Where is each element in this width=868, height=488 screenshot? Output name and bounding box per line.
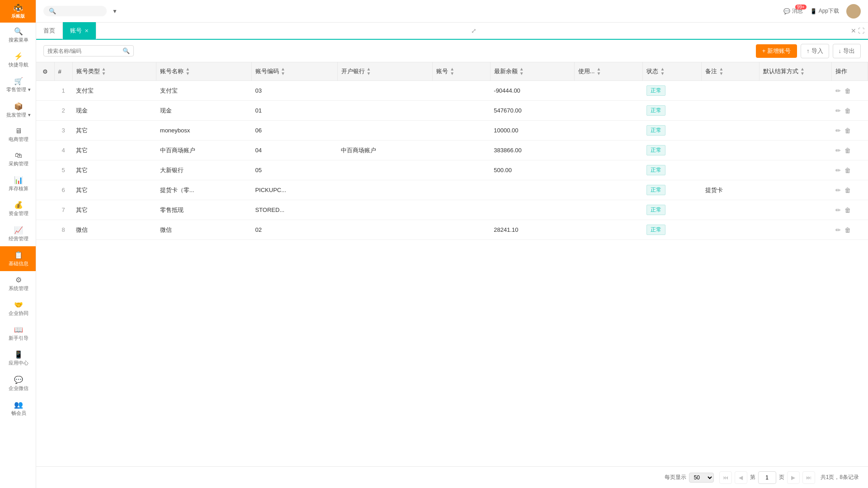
edit-icon-0[interactable]: ✏ <box>835 87 841 94</box>
next-page-btn[interactable]: ▶ <box>787 471 800 484</box>
message-icon: 💬 <box>783 8 790 14</box>
col-default-settlement[interactable]: 默认结算方式▲▼ <box>760 62 832 81</box>
edit-icon-5[interactable]: ✏ <box>835 187 841 194</box>
delete-icon-0[interactable]: 🗑 <box>844 87 851 94</box>
sort-usage-icon: ▲▼ <box>596 67 601 76</box>
sidebar-icon-agreement: 🤝 <box>14 300 23 309</box>
download-icon: 📱 <box>810 8 817 14</box>
sidebar-item-app_center[interactable]: 📱 应用中心 <box>0 346 36 371</box>
col-settings[interactable]: ⚙ <box>36 62 54 81</box>
row-balance-3: 383866.00 <box>490 141 574 160</box>
row-num-3: 4 <box>54 141 72 160</box>
window-close-icon[interactable]: ✕ <box>851 27 856 34</box>
delete-icon-7[interactable]: 🗑 <box>844 226 851 234</box>
col-usage[interactable]: 使用...▲▼ <box>574 62 643 81</box>
col-name[interactable]: 账号名称▲▼ <box>156 62 252 81</box>
row-code-4: 05 <box>251 160 337 180</box>
sidebar-item-wholesale[interactable]: 📦 批发管理 ▾ <box>0 98 36 122</box>
table-row: 8 微信 微信 02 28241.10 正常 ✏ 🗑 <box>36 220 868 240</box>
top-search-bar[interactable]: 🔍 <box>43 6 107 16</box>
delete-icon-2[interactable]: 🗑 <box>844 127 851 134</box>
messages-button[interactable]: 💬 消息 99+ <box>783 7 803 15</box>
table-row: 5 其它 大新银行 05 500.00 正常 ✏ 🗑 <box>36 160 868 180</box>
delete-icon-4[interactable]: 🗑 <box>844 167 851 174</box>
account-search-input[interactable] <box>47 48 120 54</box>
col-bank[interactable]: 开户银行▲▼ <box>337 62 433 81</box>
sort-account-icon: ▲▼ <box>450 67 454 76</box>
col-status[interactable]: 状态▲▼ <box>643 62 702 81</box>
sidebar-item-members[interactable]: 👥 畅会员 <box>0 396 36 421</box>
page-size-selector[interactable]: 每页显示 50 100 200 <box>665 473 714 483</box>
page-size-select[interactable]: 50 100 200 <box>689 473 714 483</box>
sidebar-item-enterprise_wechat[interactable]: 💬 企业微信 <box>0 371 36 396</box>
col-code[interactable]: 账号编码▲▼ <box>251 62 337 81</box>
sidebar-item-ecommerce[interactable]: 🖥 电商管理 <box>0 122 36 147</box>
row-remark-3 <box>702 141 760 160</box>
pagination-nav: ⏮ ◀ 第 页 ▶ ⏭ <box>719 471 815 484</box>
edit-icon-1[interactable]: ✏ <box>835 107 841 114</box>
user-avatar[interactable] <box>846 4 861 19</box>
row-account-1 <box>433 101 491 121</box>
prev-page-btn[interactable]: ◀ <box>735 471 747 484</box>
sidebar-icon-basic: 📋 <box>14 251 23 259</box>
sidebar-item-system[interactable]: ⚙ 系统管理 <box>0 271 36 296</box>
edit-icon-6[interactable]: ✏ <box>835 206 841 214</box>
delete-icon-3[interactable]: 🗑 <box>844 147 851 154</box>
sidebar-item-inventory[interactable]: 📊 库存核算 <box>0 171 36 196</box>
search-icon: 🔍 <box>49 8 56 14</box>
header-dropdown[interactable]: ▼ <box>112 8 118 14</box>
export-button[interactable]: ↓ 导出 <box>833 44 861 58</box>
status-badge-5: 正常 <box>646 185 665 195</box>
edit-icon-3[interactable]: ✏ <box>835 147 841 154</box>
row-usage-1 <box>574 101 643 121</box>
row-bank-3: 中百商场账户 <box>337 141 433 160</box>
tab-accounts-close[interactable]: ✕ <box>85 28 89 34</box>
row-bank-2 <box>337 121 433 141</box>
sidebar-item-retail[interactable]: 🛒 零售管理 ▾ <box>0 72 36 97</box>
sidebar-item-agreement[interactable]: 🤝 企业协同 <box>0 296 36 321</box>
col-remark[interactable]: 备注▲▼ <box>702 62 760 81</box>
sidebar-label-agreement: 企业协同 <box>9 310 28 316</box>
account-search-icon[interactable]: 🔍 <box>123 47 130 54</box>
row-action-0: ✏ 🗑 <box>832 81 868 101</box>
last-page-btn[interactable]: ⏭ <box>802 471 815 484</box>
sidebar-icon-purchase: 🛍 <box>15 151 22 160</box>
sort-status-icon: ▲▼ <box>660 67 665 76</box>
row-settings-7 <box>36 220 54 240</box>
sidebar-item-quick[interactable]: ⚡ 快捷导航 <box>0 47 36 72</box>
tab-accounts[interactable]: 账号 ✕ <box>63 22 96 39</box>
account-search-wrap[interactable]: 🔍 <box>43 45 134 56</box>
col-balance[interactable]: 最新余额▲▼ <box>490 62 574 81</box>
row-type-6: 其它 <box>72 200 156 220</box>
edit-icon-4[interactable]: ✏ <box>835 167 841 174</box>
col-type[interactable]: 账号类型▲▼ <box>72 62 156 81</box>
sidebar-item-purchase[interactable]: 🛍 采购管理 <box>0 147 36 171</box>
sidebar-item-guide[interactable]: 📖 新手引导 <box>0 321 36 346</box>
sidebar-item-operations[interactable]: 📈 经营管理 <box>0 221 36 246</box>
delete-icon-5[interactable]: 🗑 <box>844 187 851 194</box>
top-search-input[interactable] <box>59 8 104 14</box>
app-download-button[interactable]: 📱 App下载 <box>810 7 839 15</box>
window-maximize-icon[interactable]: ⛶ <box>858 27 864 34</box>
import-button[interactable]: ↑ 导入 <box>801 44 829 58</box>
row-account-2 <box>433 121 491 141</box>
delete-icon-1[interactable]: 🗑 <box>844 107 851 114</box>
edit-icon-2[interactable]: ✏ <box>835 127 841 134</box>
import-label: 导入 <box>811 47 823 55</box>
page-number-input[interactable] <box>758 471 776 484</box>
col-account[interactable]: 账号▲▼ <box>433 62 491 81</box>
row-balance-6 <box>490 200 574 220</box>
delete-icon-6[interactable]: 🗑 <box>844 206 851 214</box>
add-account-button[interactable]: + 新增账号 <box>756 44 797 58</box>
tab-home[interactable]: 首页 <box>36 22 63 39</box>
sidebar-item-basic[interactable]: 📋 基础信息 <box>0 246 36 271</box>
first-page-btn[interactable]: ⏮ <box>719 471 732 484</box>
sort-name-icon: ▲▼ <box>185 67 190 76</box>
tab-expand-icon[interactable]: ⤢ <box>466 27 482 34</box>
sidebar: 🐯 乐账版 🔍 搜索菜单 ⚡ 快捷导航 🛒 零售管理 ▾ 📦 批发管理 ▾ 🖥 … <box>0 0 36 488</box>
sidebar-label-members: 畅会员 <box>11 410 26 416</box>
sidebar-item-finance[interactable]: 💰 资金管理 <box>0 196 36 221</box>
row-usage-6 <box>574 200 643 220</box>
edit-icon-7[interactable]: ✏ <box>835 226 841 234</box>
sidebar-item-search[interactable]: 🔍 搜索菜单 <box>0 23 36 47</box>
